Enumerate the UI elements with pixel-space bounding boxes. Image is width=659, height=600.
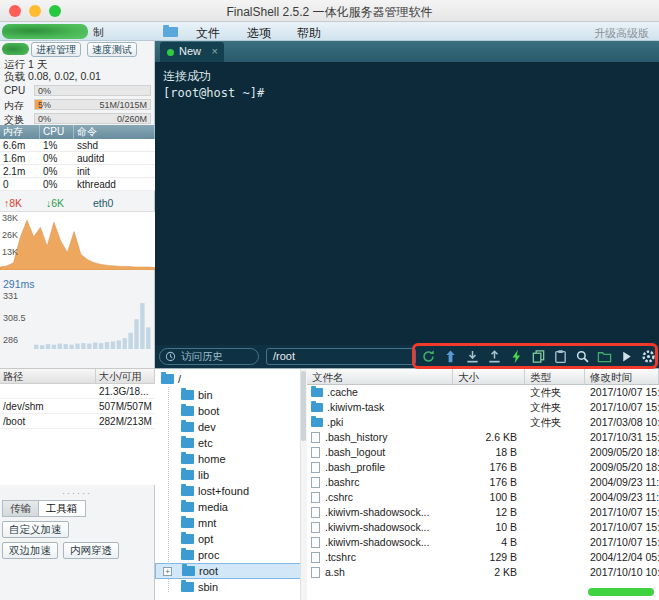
disk-col-header[interactable]: 大小/可用 <box>96 369 155 383</box>
file-row[interactable]: .kiwivm-shadowsock... 10 B 2017/10/07 15… <box>307 520 659 535</box>
file-row[interactable]: .bash_history 2.6 KB 2017/10/31 15: <box>307 430 659 445</box>
process-table-body: 6.6m 1% sshd 1.6m 0% auditd 2.1m 0% init… <box>0 139 155 191</box>
file-name: .cshrc <box>307 490 453 505</box>
disk-table-body: 21.3G/18... /dev/shm 507M/507M /boot 282… <box>0 384 155 429</box>
resize-grip[interactable]: ······ <box>0 488 154 498</box>
sidebar-tab-传输[interactable]: 传输 <box>2 500 39 517</box>
tree-item-bin[interactable]: bin <box>155 387 307 403</box>
disk-row[interactable]: /dev/shm 507M/507M <box>0 399 155 414</box>
upgrade-link[interactable]: 升级高级版 <box>594 26 649 41</box>
file-row[interactable]: .tcshrc 129 B 2004/12/04 05: <box>307 550 659 565</box>
tree-item-root-slash[interactable]: / <box>155 371 307 387</box>
sidebar-tab-工具箱[interactable]: 工具箱 <box>38 500 86 517</box>
file-row[interactable]: .pki 文件夹 2017/03/08 10: <box>307 415 659 430</box>
accel-button[interactable]: 内网穿透 <box>63 542 119 559</box>
process-manager-button[interactable]: 进程管理 <box>31 42 81 57</box>
tree-label: etc <box>198 435 213 451</box>
tree-item-opt[interactable]: opt <box>155 531 307 547</box>
tree-item-home[interactable]: home <box>155 451 307 467</box>
gear-icon[interactable] <box>640 349 656 365</box>
tree-item-lib[interactable]: lib <box>155 467 307 483</box>
folder-open-icon[interactable] <box>596 349 612 365</box>
file-col-header[interactable]: 修改时间 <box>585 369 659 384</box>
file-row[interactable]: a.sh 2 KB 2017/10/10 10: <box>307 565 659 580</box>
file-col-header[interactable]: 类型 <box>525 369 585 384</box>
tree-scrollbar[interactable] <box>300 369 307 600</box>
disk-col-header[interactable]: 路径 <box>0 369 96 383</box>
menu-help[interactable]: 帮助 <box>297 25 321 42</box>
process-cpu: 0% <box>40 165 74 177</box>
tree-item-sbin[interactable]: sbin <box>155 579 307 595</box>
tree-scrollbar-thumb[interactable] <box>301 371 306 441</box>
file-row[interactable]: .kiwivm-shadowsock... 4 B 2017/10/07 15: <box>307 535 659 550</box>
file-type <box>525 460 585 475</box>
file-tree: / bin boot dev etc home lib <box>155 368 307 600</box>
accel-button[interactable]: 双边加速 <box>2 542 58 559</box>
folder-icon <box>181 502 194 512</box>
terminal-toolbar: 访问历史 /root <box>155 345 659 368</box>
file-row[interactable]: .bash_logout 18 B 2009/05/20 18: <box>307 445 659 460</box>
disk-row[interactable]: 21.3G/18... <box>0 384 155 399</box>
tree-item-root[interactable]: + root <box>155 563 307 579</box>
meter-detail: 0/260M <box>117 114 147 124</box>
disk-row[interactable]: /boot 282M/213M <box>0 414 155 429</box>
menu-file[interactable]: 文件 <box>196 25 220 42</box>
menu-options[interactable]: 选项 <box>247 25 271 42</box>
custom-accel-button[interactable]: 自定义加速 <box>2 521 69 538</box>
play-icon[interactable] <box>618 349 634 365</box>
file-mtime: 2017/03/08 10: <box>585 415 659 430</box>
file-row[interactable]: .bash_profile 176 B 2009/05/20 18: <box>307 460 659 475</box>
tree-item-etc[interactable]: etc <box>155 435 307 451</box>
file-name: .bash_history <box>307 430 453 445</box>
tree-item-proc[interactable]: proc <box>155 547 307 563</box>
tree-label: opt <box>198 531 213 547</box>
up-icon[interactable] <box>442 349 458 365</box>
speed-test-button[interactable]: 速度测试 <box>87 42 137 57</box>
meter-bar: 5% 51M/1015M <box>34 99 151 110</box>
paste-icon[interactable] <box>552 349 568 365</box>
file-row[interactable]: .bashrc 176 B 2004/09/23 11: <box>307 475 659 490</box>
folder-icon[interactable] <box>163 27 178 37</box>
meter-percent: 5% <box>38 100 51 110</box>
terminal-output[interactable]: 连接成功 [root@host ~]# <box>155 62 659 345</box>
transfer-progress-bar[interactable] <box>588 588 654 596</box>
copy-icon[interactable] <box>530 349 546 365</box>
path-input[interactable]: /root <box>266 348 416 365</box>
process-col-header[interactable]: 内存 <box>0 125 40 139</box>
lightning-icon[interactable] <box>508 349 524 365</box>
file-row[interactable]: .kiwivm-task 文件夹 2017/10/07 15: <box>307 400 659 415</box>
tree-item-mnt[interactable]: mnt <box>155 515 307 531</box>
meter-percent: 0% <box>38 86 51 96</box>
tree-item-lost+found[interactable]: lost+found <box>155 483 307 499</box>
file-col-header[interactable]: 大小 <box>453 369 525 384</box>
refresh-icon[interactable] <box>420 349 436 365</box>
tab-close-icon[interactable]: × <box>212 45 218 57</box>
process-row[interactable]: 2.1m 0% init <box>0 165 155 178</box>
process-col-header[interactable]: CPU <box>40 125 74 139</box>
file-name: .pki <box>307 415 453 430</box>
process-col-header[interactable]: 命令 <box>74 125 155 139</box>
tree-item-media[interactable]: media <box>155 499 307 515</box>
file-row[interactable]: .cache 文件夹 2017/10/07 15: <box>307 385 659 400</box>
folder-icon <box>182 566 195 576</box>
upload-rate: ↑8K <box>4 197 22 209</box>
meter-percent: 0% <box>38 114 51 124</box>
tab-new[interactable]: New × <box>160 42 224 62</box>
process-row[interactable]: 6.6m 1% sshd <box>0 139 155 152</box>
file-row[interactable]: .cshrc 100 B 2004/09/23 11: <box>307 490 659 505</box>
download-icon[interactable] <box>464 349 480 365</box>
tree-item-boot[interactable]: boot <box>155 403 307 419</box>
history-dropdown[interactable]: 访问历史 <box>159 348 259 365</box>
file-row[interactable]: .kiwivm-shadowsock... 12 B 2017/10/07 15… <box>307 505 659 520</box>
network-labels: ↑8K ↓6K eth0 <box>0 197 155 209</box>
disk-table: 路径大小/可用 21.3G/18... /dev/shm 507M/507M /… <box>0 368 155 485</box>
title-bar: FinalShell 2.5.2 一体化服务器管理软件 <box>0 0 659 22</box>
file-col-header[interactable]: 文件名 <box>307 369 453 384</box>
search-icon[interactable] <box>574 349 590 365</box>
process-row[interactable]: 1.6m 0% auditd <box>0 152 155 165</box>
process-cmd: sshd <box>74 139 155 151</box>
upload-icon[interactable] <box>486 349 502 365</box>
process-row[interactable]: 0 0% kthreadd <box>0 178 155 191</box>
tree-item-dev[interactable]: dev <box>155 419 307 435</box>
expander-icon[interactable]: + <box>163 567 172 576</box>
